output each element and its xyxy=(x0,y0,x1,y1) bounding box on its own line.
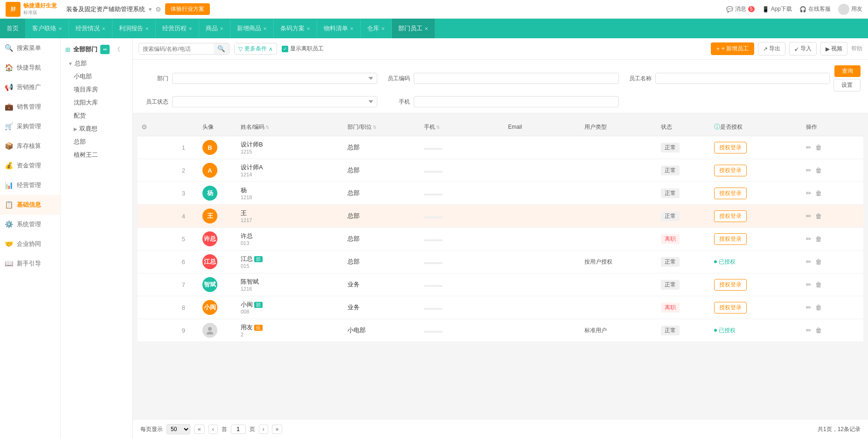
export-button[interactable]: ↗ 导出 xyxy=(758,42,785,56)
row-checkbox[interactable] xyxy=(138,273,168,296)
collapse-button[interactable]: 《 xyxy=(112,45,122,54)
sort-name[interactable]: 姓名/编码 ⇅ xyxy=(241,123,340,131)
sort-phone[interactable]: 手机 ⇅ xyxy=(424,123,500,131)
edit-button[interactable]: ✏ xyxy=(806,235,812,243)
sort-dept[interactable]: 部门/职位 ⇅ xyxy=(347,123,417,131)
tree-node-zongbu[interactable]: ▼ 总部 xyxy=(61,57,132,70)
th-dept[interactable]: 部门/职位 ⇅ xyxy=(344,118,420,136)
prev-page-button[interactable]: ‹ xyxy=(208,425,218,434)
delete-button[interactable]: 🗑 xyxy=(815,304,822,311)
sidebar-item-shortcut[interactable]: 🏠 快捷导航 xyxy=(0,58,60,77)
edit-button[interactable]: ✏ xyxy=(806,281,812,288)
edit-button[interactable]: ✏ xyxy=(806,167,812,174)
page-input[interactable] xyxy=(231,425,246,434)
delete-button[interactable]: 🗑 xyxy=(815,212,822,220)
tab-employees[interactable]: 部门员工 ✕ xyxy=(392,19,435,38)
search-input[interactable] xyxy=(139,44,214,54)
delete-button[interactable]: 🗑 xyxy=(815,144,822,151)
sidebar-item-inventory[interactable]: 📦 库存核算 xyxy=(0,136,60,156)
row-checkbox[interactable] xyxy=(138,319,168,342)
close-icon[interactable]: ✕ xyxy=(306,26,310,31)
dept-select[interactable] xyxy=(172,73,377,84)
tab-warehouse[interactable]: 仓库 ✕ xyxy=(361,19,392,38)
auth-button[interactable]: 授权登录 xyxy=(714,142,747,153)
delete-button[interactable]: 🗑 xyxy=(815,327,822,334)
close-icon[interactable]: ✕ xyxy=(381,26,385,31)
sidebar-item-sales[interactable]: 💼 销售管理 xyxy=(0,97,60,117)
auth-button[interactable]: 授权登录 xyxy=(714,210,747,222)
tree-node-shuanglu[interactable]: ▶ 双鹿想 xyxy=(61,122,132,135)
th-phone[interactable]: 手机 ⇅ xyxy=(420,118,504,136)
set-button[interactable]: 设置 xyxy=(833,79,861,91)
system-dropdown-icon[interactable]: ▾ xyxy=(149,6,152,13)
tab-barcode[interactable]: 条码方案 ✕ xyxy=(274,19,317,38)
next-page-button[interactable]: › xyxy=(259,425,268,434)
row-checkbox[interactable] xyxy=(138,296,168,319)
delete-button[interactable]: 🗑 xyxy=(815,258,822,265)
search-button[interactable]: 查询 xyxy=(834,65,861,77)
video-button[interactable]: ▶ 视频 xyxy=(820,42,847,56)
sidebar-item-system[interactable]: ⚙️ 系统管理 xyxy=(0,215,60,234)
tree-node-zhishu[interactable]: 植树王二 xyxy=(61,148,132,161)
close-icon[interactable]: ✕ xyxy=(263,26,267,31)
auth-button[interactable]: 授权登录 xyxy=(714,233,747,245)
sidebar-item-purchase[interactable]: 🛒 采购管理 xyxy=(0,117,60,136)
auth-button[interactable]: 授权登录 xyxy=(714,165,747,176)
message-button[interactable]: 💬 消息 5 xyxy=(726,5,755,13)
try-button[interactable]: 体验行业方案 xyxy=(165,3,210,15)
row-checkbox[interactable] xyxy=(138,136,168,159)
sidebar-item-basics[interactable]: 📋 基础信息 xyxy=(0,195,60,215)
add-employee-button[interactable]: + + 新增员工 xyxy=(711,42,754,55)
sidebar-item-operations[interactable]: 📊 经营管理 xyxy=(0,175,60,195)
tab-operations[interactable]: 经营情况 ✕ xyxy=(69,19,112,38)
help-button[interactable]: 帮助 xyxy=(851,45,862,53)
edit-button[interactable]: ✏ xyxy=(806,304,812,311)
first-page-button[interactable]: « xyxy=(194,425,205,434)
sidebar-item-enterprise[interactable]: 🤝 企业协同 xyxy=(0,234,60,254)
sidebar-item-marketing[interactable]: 📢 营销推广 xyxy=(0,77,60,97)
last-page-button[interactable]: » xyxy=(272,425,283,434)
tree-node-xiaodian[interactable]: 小电部 xyxy=(61,70,132,83)
edit-button[interactable]: ✏ xyxy=(806,144,812,151)
row-checkbox[interactable] xyxy=(138,228,168,251)
emp-status-select[interactable] xyxy=(172,96,377,107)
row-checkbox[interactable] xyxy=(138,205,168,228)
more-conditions-button[interactable]: ▽ 更多条件 ∧ xyxy=(234,43,277,55)
tab-home[interactable]: 首页 xyxy=(0,19,26,38)
user-menu[interactable]: 用友 xyxy=(838,4,862,15)
delete-button[interactable]: 🗑 xyxy=(815,281,822,288)
settings-icon[interactable]: ⚙ xyxy=(155,6,161,13)
page-size-select[interactable]: 50 20 100 xyxy=(167,424,190,434)
delete-button[interactable]: 🗑 xyxy=(815,167,822,174)
tab-history[interactable]: 经营历程 ✕ xyxy=(156,19,199,38)
edit-button[interactable]: ✏ xyxy=(806,189,812,197)
edit-button[interactable]: ✏ xyxy=(806,212,812,220)
sidebar-item-search[interactable]: 🔍 搜索菜单 xyxy=(0,38,60,58)
auth-button[interactable]: 授权登录 xyxy=(714,188,747,199)
online-service-button[interactable]: 🎧 在线客服 xyxy=(799,5,831,13)
auth-button[interactable]: 授权登录 xyxy=(714,302,747,314)
dept-edit-button[interactable]: ✏ xyxy=(100,45,110,54)
edit-button[interactable]: ✏ xyxy=(806,258,812,265)
show-resigned-toggle[interactable]: ✓ 显示离职员工 xyxy=(282,45,324,53)
th-settings[interactable]: ⚙ xyxy=(138,118,168,136)
close-icon[interactable]: ✕ xyxy=(220,26,223,31)
row-checkbox[interactable] xyxy=(138,159,168,182)
close-icon[interactable]: ✕ xyxy=(58,26,62,31)
tab-customer[interactable]: 客户联络 ✕ xyxy=(26,19,69,38)
th-name[interactable]: 姓名/编码 ⇅ xyxy=(237,118,344,136)
emp-code-input[interactable] xyxy=(414,73,619,84)
phone-input[interactable] xyxy=(414,96,619,107)
app-download-button[interactable]: 📱 App下载 xyxy=(762,5,792,13)
row-checkbox[interactable] xyxy=(138,182,168,205)
emp-name-input[interactable] xyxy=(655,73,830,84)
row-checkbox[interactable] xyxy=(138,251,168,273)
tab-profit[interactable]: 利润报告 ✕ xyxy=(112,19,156,38)
delete-button[interactable]: 🗑 xyxy=(815,235,822,243)
delete-button[interactable]: 🗑 xyxy=(815,189,822,197)
sidebar-item-guide[interactable]: 📖 新手引导 xyxy=(0,254,60,273)
sidebar-item-finance[interactable]: 💰 资金管理 xyxy=(0,156,60,175)
tree-node-project[interactable]: 项目库房 xyxy=(61,83,132,96)
tree-node-zongbu2[interactable]: 总部 xyxy=(61,135,132,148)
close-icon[interactable]: ✕ xyxy=(102,26,105,31)
